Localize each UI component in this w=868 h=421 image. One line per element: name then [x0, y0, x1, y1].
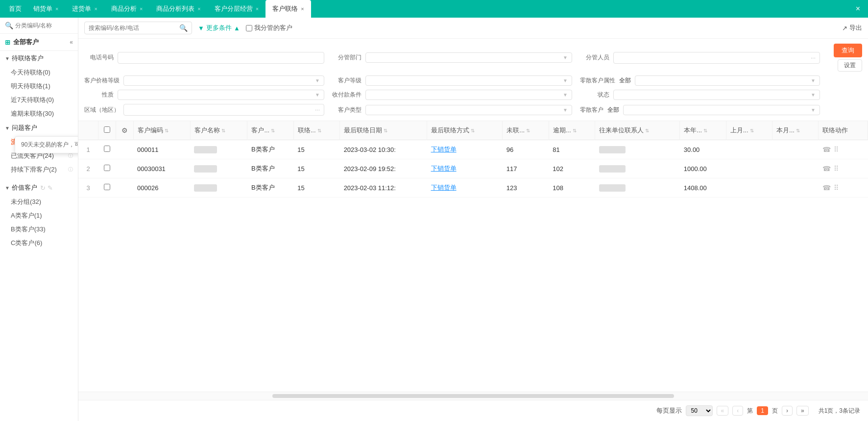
sidebar-item-today[interactable]: 今天待联络(0)	[0, 66, 78, 79]
row-settings	[116, 140, 133, 159]
edit-icon[interactable]: ✎	[48, 184, 53, 192]
sidebar-item-tomorrow[interactable]: 明天待联络(1)	[0, 79, 78, 93]
total-label: 共1页，3条记录	[819, 407, 860, 415]
col-uncontacted-header[interactable]: 未联...	[503, 121, 549, 140]
row-check[interactable]	[98, 178, 116, 198]
col-customer-code-header[interactable]: 客户编码	[133, 121, 190, 140]
filter-my-customers[interactable]: 我分管的客户	[246, 24, 292, 32]
action-buttons: ☎ ⠿	[819, 159, 868, 178]
settings-button[interactable]: 设置	[838, 59, 862, 72]
col-last-month-header[interactable]: 上月...	[726, 121, 772, 140]
col-customer-name-header[interactable]: 客户名称	[190, 121, 247, 140]
more-actions-icon[interactable]: ⠿	[834, 165, 839, 173]
nav-tab-home[interactable]: 首页	[4, 0, 26, 18]
last-contact-method[interactable]: 下销货单	[427, 178, 503, 198]
col-last-contact-date-header[interactable]: 最后联络日期	[340, 121, 427, 140]
nav-tab-analysis-list[interactable]: 商品分析列表 ×	[149, 0, 207, 18]
last-page-button[interactable]: »	[796, 406, 809, 416]
query-button[interactable]: 查询	[834, 44, 862, 57]
nav-tab-analysis[interactable]: 商品分析 ×	[104, 0, 149, 18]
table-settings-icon[interactable]: ⚙	[121, 126, 128, 134]
col-overdue-header[interactable]: 逾期...	[549, 121, 595, 140]
region-select[interactable]: ···	[123, 104, 324, 116]
filter-more-conditions[interactable]: ▼ 更多条件 ▲	[198, 24, 240, 32]
nav-tab-customer-layer[interactable]: 客户分层经营 ×	[208, 0, 265, 18]
contact-icon[interactable]: ☎	[822, 165, 831, 173]
manager-select[interactable]: ···	[613, 52, 820, 64]
nature-select[interactable]: ▼	[118, 90, 324, 100]
col-this-month-header[interactable]: 本月...	[772, 121, 819, 140]
refresh-icon[interactable]: ↻	[40, 184, 46, 192]
close-icon[interactable]: ×	[55, 6, 58, 12]
sidebar-item-class-c[interactable]: C类客户(6)	[0, 236, 78, 250]
contact-count: 15	[293, 140, 339, 159]
filter-search-input[interactable]	[89, 25, 179, 31]
filter-search-button[interactable]: 🔍	[179, 24, 188, 32]
customer-type-select[interactable]: ▼	[365, 105, 572, 115]
sidebar-group-problem[interactable]: ▼ 问题客户	[0, 121, 78, 135]
more-actions-icon[interactable]: ⠿	[834, 184, 839, 192]
contact-icon[interactable]: ☎	[822, 146, 831, 153]
arrow-down-icon: ▼	[5, 185, 10, 191]
sporadic-attr-select[interactable]: ▼	[635, 75, 820, 86]
sidebar-item-7days[interactable]: 近7天待联络(0)	[0, 93, 78, 107]
close-all-button[interactable]: ×	[852, 4, 864, 13]
last-contact-method[interactable]: 下销货单	[427, 159, 503, 178]
main-layout: 🔍 ⊞ 全部客户 « ▼ 待联络客户 今天待联络(0) 明天待联络(1) 近7天…	[0, 18, 868, 421]
nav-tab-sales[interactable]: 销货单 ×	[26, 0, 65, 18]
my-customers-checkbox[interactable]	[246, 25, 252, 31]
scrollbar-thumb[interactable]	[272, 394, 674, 398]
sidebar-search-input[interactable]	[15, 22, 78, 29]
unit-contact	[595, 159, 680, 178]
next-page-button[interactable]: ›	[782, 406, 793, 416]
col-contact-header[interactable]: 联络...	[293, 121, 339, 140]
phone-input[interactable]	[118, 52, 324, 64]
col-unit-contact-header[interactable]: 往来单位联系人	[595, 121, 680, 140]
row-checkbox[interactable]	[104, 165, 110, 171]
chevron-down-icon: ▼	[811, 78, 816, 83]
sidebar-item-declining[interactable]: 持续下滑客户(2) ⓘ	[0, 163, 78, 176]
price-level-select[interactable]: ▼	[123, 75, 324, 86]
export-icon: ↗	[842, 25, 847, 32]
sidebar-all-customers[interactable]: ⊞ 全部客户 «	[0, 34, 78, 51]
sidebar-item-overdue-contact[interactable]: 逾期未联络(30)	[0, 107, 78, 121]
col-this-year-header[interactable]: 本年...	[680, 121, 726, 140]
sidebar: 🔍 ⊞ 全部客户 « ▼ 待联络客户 今天待联络(0) 明天待联络(1) 近7天…	[0, 18, 78, 421]
nav-tab-purchase[interactable]: 进货单 ×	[65, 0, 104, 18]
col-last-contact-method-header[interactable]: 最后联络方式	[427, 121, 503, 140]
department-select[interactable]: ▼	[365, 52, 572, 63]
close-icon[interactable]: ×	[140, 6, 143, 12]
sporadic-select[interactable]: ▼	[623, 105, 820, 115]
prev-page-button[interactable]: ‹	[732, 406, 743, 416]
row-checkbox[interactable]	[104, 184, 110, 190]
filter-field-customer-level: 客户等级 ▼	[332, 75, 572, 86]
row-check[interactable]	[98, 140, 116, 159]
per-page-select[interactable]: 50 100 200	[686, 405, 713, 416]
sidebar-group-pending[interactable]: ▼ 待联络客户	[0, 51, 78, 66]
more-actions-icon[interactable]: ⠿	[834, 146, 839, 153]
close-icon[interactable]: ×	[94, 6, 97, 12]
contact-icon[interactable]: ☎	[822, 184, 831, 192]
last-contact-method[interactable]: 下销货单	[427, 140, 503, 159]
close-icon[interactable]: ×	[301, 6, 304, 12]
payment-select[interactable]: ▼	[365, 90, 572, 100]
sidebar-item-class-a[interactable]: A类客户(1)	[0, 209, 78, 223]
horizontal-scrollbar[interactable]	[78, 392, 868, 400]
status-select[interactable]: ▼	[613, 90, 820, 100]
close-icon[interactable]: ×	[256, 6, 259, 12]
chevron-down-icon: ▼	[563, 107, 568, 113]
col-settings-header[interactable]: ⚙	[116, 121, 133, 140]
first-page-button[interactable]: «	[717, 406, 729, 416]
select-all-checkbox[interactable]	[104, 126, 110, 133]
sidebar-group-value[interactable]: ▼ 价值客户 ↻ ✎	[0, 180, 78, 195]
nav-tab-customer-contact[interactable]: 客户联络 ×	[265, 0, 311, 18]
sidebar-item-unclassified[interactable]: 未分组(32)	[0, 195, 78, 209]
sidebar-item-class-b[interactable]: B类客户(33)	[0, 223, 78, 236]
row-check[interactable]	[98, 159, 116, 178]
col-customer-type-header[interactable]: 客户...	[247, 121, 293, 140]
row-checkbox[interactable]	[104, 146, 110, 152]
export-button[interactable]: ↗ 导出	[842, 24, 862, 32]
customer-table: ⚙ 客户编码 客户名称 客户... 联络... 最后联络日期 最后联络方式 未联…	[78, 121, 868, 198]
close-icon[interactable]: ×	[197, 6, 200, 12]
customer-level-select[interactable]: ▼	[365, 75, 572, 86]
